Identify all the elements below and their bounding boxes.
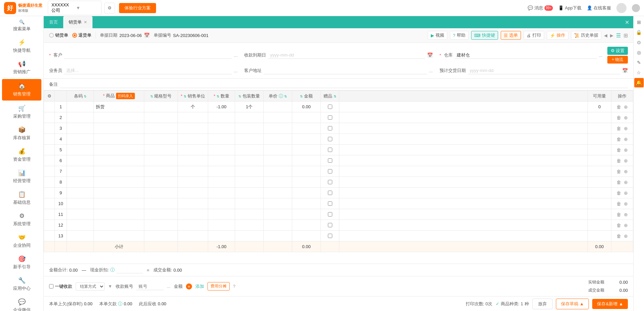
th-price-sort[interactable]: ⇅ bbox=[284, 94, 287, 98]
print-btn[interactable]: 🖨 打印 bbox=[524, 31, 544, 40]
rfp-btn-2[interactable]: 🔒 bbox=[634, 28, 644, 37]
row-barcode-8[interactable] bbox=[67, 188, 94, 198]
settings-button[interactable]: ⚙ bbox=[104, 3, 115, 13]
nav-next-btn[interactable]: ▶ bbox=[610, 33, 613, 38]
row-barcode-9[interactable] bbox=[67, 198, 94, 209]
view-grid-btn[interactable]: ⊞ bbox=[623, 32, 628, 39]
rfp-btn-1[interactable]: ⊞ bbox=[634, 17, 644, 27]
row-spec-10[interactable] bbox=[144, 209, 178, 220]
trial-button[interactable]: 体验行业方案 bbox=[119, 3, 156, 13]
row-gift-10[interactable] bbox=[321, 209, 339, 220]
row-barcode-0[interactable] bbox=[67, 102, 94, 112]
customer-more-icon[interactable]: ... bbox=[234, 53, 237, 58]
row-barcode-6[interactable] bbox=[67, 166, 94, 177]
row-copy-btn-2[interactable]: ⊕ bbox=[624, 126, 628, 131]
radio-sales-order[interactable]: 销货单 bbox=[49, 32, 68, 38]
sidebar-search[interactable]: 🔍 搜索菜单 bbox=[0, 16, 43, 35]
row-copy-btn-3[interactable]: ⊕ bbox=[624, 137, 628, 142]
row-delete-btn-9[interactable]: 🗑 bbox=[616, 201, 621, 206]
row-gift-3[interactable] bbox=[321, 134, 339, 145]
th-pkgqty-sort[interactable]: ⇅ bbox=[238, 94, 241, 98]
warehouse-more-icon[interactable]: ... bbox=[599, 53, 603, 58]
row-gift-4[interactable] bbox=[321, 145, 339, 155]
row-delete-btn-10[interactable]: 🗑 bbox=[616, 212, 621, 217]
row-barcode-3[interactable] bbox=[67, 134, 94, 145]
row-delete-btn-4[interactable]: 🗑 bbox=[616, 147, 621, 153]
row-gift-0[interactable] bbox=[321, 102, 339, 112]
choose-btn[interactable]: ☰ 选单 bbox=[501, 31, 521, 40]
discard-button[interactable]: 放弃 bbox=[532, 299, 553, 309]
th-spec-sort[interactable]: ⇅ bbox=[150, 94, 153, 98]
row-gift-2[interactable] bbox=[321, 123, 339, 134]
logistics-btn[interactable]: + 物流 bbox=[607, 56, 628, 64]
one-click-pay-check[interactable] bbox=[49, 284, 53, 288]
rfp-btn-4[interactable]: ◎ bbox=[634, 48, 644, 57]
settings-right-btn[interactable]: ⚙ 设置 bbox=[607, 47, 628, 55]
row-gift-7[interactable] bbox=[321, 177, 339, 188]
th-gift-sort[interactable]: ⇅ bbox=[334, 94, 336, 98]
customer-input[interactable] bbox=[64, 51, 232, 59]
view-list-btn[interactable]: ☰ bbox=[616, 32, 621, 39]
payment-account-input[interactable] bbox=[137, 283, 163, 290]
payment-method-select[interactable]: 结算方式 bbox=[76, 282, 105, 290]
tab-home[interactable]: 首页 bbox=[44, 16, 63, 28]
rfp-btn-5[interactable]: ✎ bbox=[634, 58, 644, 67]
row-copy-btn-5[interactable]: ⊕ bbox=[624, 158, 628, 163]
account-more-icon[interactable]: ... bbox=[167, 284, 171, 289]
th-amount-sort[interactable]: ⇅ bbox=[300, 94, 303, 98]
row-gift-11[interactable] bbox=[321, 220, 339, 231]
total-owe-info-icon[interactable]: ⓘ bbox=[118, 301, 122, 307]
tab-sales-order[interactable]: 销货单 ✕ bbox=[63, 16, 92, 28]
action-btn[interactable]: ⚡ 操作 bbox=[547, 31, 568, 40]
row-spec-7[interactable] bbox=[144, 177, 178, 188]
th-unit-sort[interactable]: ⇅ bbox=[184, 94, 186, 98]
customer-addr-input[interactable] bbox=[264, 67, 427, 74]
row-delete-btn-11[interactable]: 🗑 bbox=[616, 223, 621, 228]
row-barcode-11[interactable] bbox=[67, 220, 94, 231]
row-copy-btn-10[interactable]: ⊕ bbox=[624, 212, 628, 217]
th-qty-sort[interactable]: ⇅ bbox=[217, 94, 219, 98]
expected-date-input[interactable] bbox=[468, 67, 620, 74]
row-spec-4[interactable] bbox=[144, 145, 178, 155]
message-button[interactable]: 💬 消息 99+ bbox=[528, 5, 553, 11]
row-gift-1[interactable] bbox=[321, 112, 339, 123]
add-payment-button[interactable]: + bbox=[186, 283, 192, 289]
tab-bar-close-button[interactable]: ✕ bbox=[621, 19, 633, 26]
sidebar-item-system[interactable]: ⚙ 系统管理 bbox=[0, 209, 43, 230]
row-delete-btn-0[interactable]: 🗑 bbox=[616, 104, 621, 110]
sidebar-item-sales[interactable]: 🏠 销售管理 bbox=[2, 79, 41, 101]
save-new-button[interactable]: 保存&新增 ▲ bbox=[592, 299, 628, 309]
row-delete-btn-1[interactable]: 🗑 bbox=[616, 115, 621, 120]
expected-date-calendar-icon[interactable]: 📅 bbox=[622, 68, 628, 73]
user-avatar[interactable] bbox=[616, 3, 627, 13]
row-spec-3[interactable] bbox=[144, 134, 178, 145]
receive-date-calendar-icon[interactable]: 📅 bbox=[427, 52, 433, 58]
row-copy-btn-7[interactable]: ⊕ bbox=[624, 180, 628, 185]
sidebar-item-appstore[interactable]: 🔧 应用中心 bbox=[0, 273, 43, 295]
company-selector[interactable]: XXXXXX公司 ▼ bbox=[48, 1, 102, 15]
row-spec-8[interactable] bbox=[144, 188, 178, 198]
th-barcode-sort[interactable]: ⇅ bbox=[84, 94, 86, 98]
row-copy-btn-8[interactable]: ⊕ bbox=[624, 190, 628, 196]
row-gift-9[interactable] bbox=[321, 198, 339, 209]
sidebar-item-purchase[interactable]: 🛒 采购管理 bbox=[0, 101, 43, 123]
scan-button[interactable]: 扫码录入 bbox=[116, 93, 135, 99]
row-spec-1[interactable] bbox=[144, 112, 178, 123]
salesperson-more-icon[interactable]: ... bbox=[234, 68, 237, 73]
tab-close-icon[interactable]: ✕ bbox=[84, 20, 87, 25]
cash-discount-input[interactable] bbox=[116, 267, 143, 273]
sidebar-item-guide[interactable]: 🎯 新手引导 bbox=[0, 252, 43, 273]
cash-discount-info-icon[interactable]: ⓘ bbox=[110, 267, 115, 273]
video-btn[interactable]: ▶ 视频 bbox=[428, 31, 447, 40]
sidebar-item-basics[interactable]: 📋 基础信息 bbox=[0, 187, 43, 209]
row-barcode-10[interactable] bbox=[67, 209, 94, 220]
row-spec-6[interactable] bbox=[144, 166, 178, 177]
notes-input[interactable] bbox=[60, 81, 628, 88]
row-barcode-5[interactable] bbox=[67, 155, 94, 166]
online-service-button[interactable]: 👤 在线客服 bbox=[587, 5, 611, 11]
row-gift-12[interactable] bbox=[321, 231, 339, 241]
history-btn[interactable]: 📜 历史单据 bbox=[571, 31, 601, 40]
nav-prev-btn[interactable]: ◀ bbox=[604, 33, 607, 38]
row-copy-btn-6[interactable]: ⊕ bbox=[624, 169, 628, 174]
expense-help-icon[interactable]: ? bbox=[233, 284, 235, 289]
